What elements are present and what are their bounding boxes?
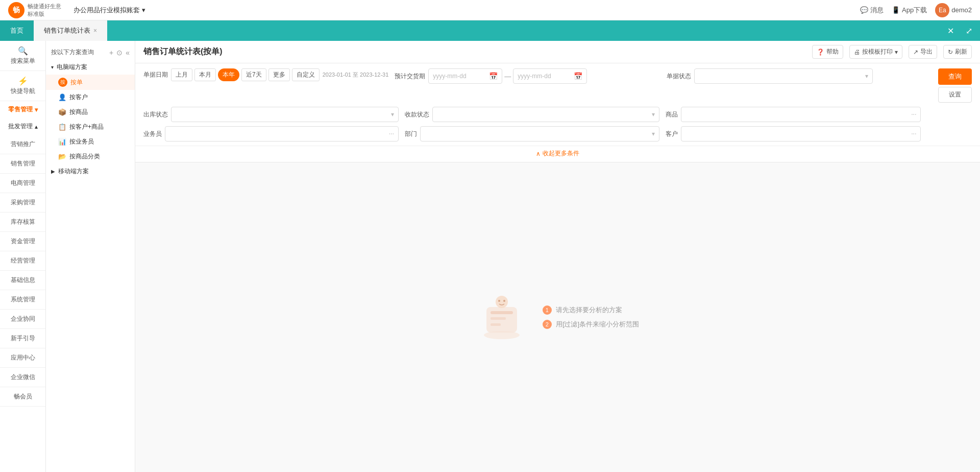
empty-tip-1: 1 请先选择要分析的方案 — [543, 305, 639, 315]
tree-item-by-category[interactable]: 📂 按商品分类 — [46, 149, 135, 164]
chevron-right-icon: ▶ — [51, 169, 55, 174]
chevron-down-icon: ▾ — [652, 130, 655, 137]
this-month-btn[interactable]: 本月 — [194, 68, 216, 81]
main-layout: 🔍 搜索菜单 ⚡ 快捷导航 零售管理 ▾ 批发管理 ▴ 营销推广 销售管理 电商… — [0, 41, 980, 472]
tree-item-by-salesperson[interactable]: 📊 按业务员 — [46, 134, 135, 149]
salesperson-label: 业务员 — [143, 130, 162, 138]
tree-group-pc[interactable]: ▾ 电脑端方案 — [46, 60, 135, 75]
order-icon: 按 — [58, 78, 67, 87]
export-icon: ↗ — [913, 49, 918, 56]
sidebar-item-wechat[interactable]: 企业微信 — [0, 368, 45, 387]
tab-home[interactable]: 首页 — [0, 20, 34, 41]
tab-maximize-btn[interactable]: ⤢ — [962, 23, 976, 38]
sidebar-item-inventory[interactable]: 库存核算 — [0, 213, 45, 232]
chevron-up-icon: ∧ — [536, 150, 541, 157]
nav-icon: ⚡ — [2, 76, 43, 86]
logo-text: 畅捷通好生意 标准版 — [28, 3, 61, 17]
sidebar-item-purchase[interactable]: 采购管理 — [0, 193, 45, 213]
7days-btn[interactable]: 近7天 — [241, 68, 266, 81]
page-actions: ❓ 帮助 🖨 按模板打印 ▾ ↗ 导出 ↻ 刷新 — [812, 45, 972, 59]
category-icon: 📂 — [58, 153, 66, 160]
sidebar: 🔍 搜索菜单 ⚡ 快捷导航 零售管理 ▾ 批发管理 ▴ 营销推广 销售管理 电商… — [0, 41, 46, 472]
more-btn[interactable]: 更多 — [268, 68, 290, 81]
sidebar-item-basic[interactable]: 基础信息 — [0, 271, 45, 290]
panel-header: 按以下方案查询 + ⊙ « — [46, 45, 135, 60]
sidebar-quick-nav[interactable]: ⚡ 快捷导航 — [0, 71, 45, 101]
sidebar-item-ops[interactable]: 经营管理 — [0, 251, 45, 271]
collapse-btn[interactable]: ∧ 收起更多条件 — [536, 149, 579, 158]
refresh-btn[interactable]: ↻ 刷新 — [943, 45, 972, 59]
left-panel: 按以下方案查询 + ⊙ « ▾ 电脑端方案 按 按单 👤 按客户 — [46, 41, 135, 472]
sidebar-item-apps[interactable]: 应用中心 — [0, 348, 45, 368]
empty-tips: 1 请先选择要分析的方案 2 用[过滤]条件来缩小分析范围 — [543, 305, 639, 329]
date-btn-group: 上月 本月 本年 近7天 更多 自定义 — [171, 68, 320, 81]
app-download-btn[interactable]: 📱 App下载 — [892, 6, 927, 15]
tab-close-icon[interactable]: × — [93, 27, 97, 34]
sidebar-item-finance[interactable]: 资金管理 — [0, 232, 45, 251]
sidebar-item-marketing[interactable]: 营销推广 — [0, 135, 45, 154]
tip-num-1: 1 — [543, 305, 552, 315]
tree-group-mobile[interactable]: ▶ 移动端方案 — [46, 164, 135, 179]
help-btn[interactable]: ❓ 帮助 — [812, 45, 843, 59]
collapse-panel-btn[interactable]: « — [126, 49, 130, 57]
date-label: 单据日期 — [143, 70, 168, 79]
svg-point-7 — [503, 300, 505, 302]
shipment-label: 出库状态 — [143, 110, 168, 119]
tree-item-by-goods[interactable]: 📦 按商品 — [46, 105, 135, 120]
custom-btn[interactable]: 自定义 — [292, 68, 320, 81]
export-btn[interactable]: ↗ 导出 — [909, 45, 937, 59]
goods-input[interactable]: ··· — [681, 107, 921, 122]
more-options-icon: ··· — [911, 110, 916, 119]
setting-btn[interactable]: 设置 — [938, 87, 972, 103]
add-scheme-btn[interactable]: + — [109, 49, 113, 57]
sidebar-item-ecom[interactable]: 电商管理 — [0, 174, 45, 193]
edit-scheme-btn[interactable]: ⊙ — [116, 49, 122, 57]
shipment-select[interactable]: ▾ — [171, 107, 399, 122]
goods-icon: 📦 — [58, 108, 66, 116]
app-selector[interactable]: 办公用品行业模拟账套 ▾ — [74, 6, 145, 15]
expected-date-end[interactable]: yyyy-mm-dd 📅 — [513, 68, 587, 84]
chevron-down-icon: ▾ — [865, 73, 868, 80]
search-icon: 🔍 — [2, 46, 43, 56]
customer-input[interactable]: ··· — [681, 126, 921, 141]
print-icon: 🖨 — [854, 49, 860, 56]
this-year-btn[interactable]: 本年 — [218, 68, 239, 81]
svg-rect-4 — [491, 323, 501, 326]
mobile-group-label: 移动端方案 — [58, 167, 89, 176]
calendar-icon: 📅 — [489, 72, 498, 80]
date-separator: — — [504, 73, 511, 80]
message-btn[interactable]: 💬 消息 — [860, 6, 884, 15]
sidebar-search[interactable]: 🔍 搜索菜单 — [0, 41, 45, 71]
sidebar-item-newbie[interactable]: 新手引导 — [0, 329, 45, 348]
prev-month-btn[interactable]: 上月 — [171, 68, 192, 81]
logo-icon: 畅 — [8, 2, 24, 18]
print-btn[interactable]: 🖨 按模板打印 ▾ — [849, 45, 902, 59]
expected-date-start[interactable]: yyyy-mm-dd 📅 — [428, 68, 502, 84]
tree-item-by-order[interactable]: 按 按单 — [46, 75, 135, 90]
empty-illustration — [476, 292, 527, 343]
dept-select[interactable]: ▾ — [420, 126, 660, 141]
sidebar-item-wholesale[interactable]: 批发管理 ▴ — [0, 118, 45, 135]
salesperson-icon: 📊 — [58, 138, 66, 146]
more-options-icon: ··· — [911, 129, 916, 138]
sidebar-item-retail[interactable]: 零售管理 ▾ — [0, 101, 45, 118]
sidebar-item-system[interactable]: 系统管理 — [0, 290, 45, 310]
user-area[interactable]: Ea demo2 — [935, 3, 972, 17]
customer-label: 客户 — [666, 130, 678, 138]
sidebar-item-sales[interactable]: 销售管理 — [0, 154, 45, 174]
query-btn[interactable]: 查询 — [938, 68, 972, 85]
tree-item-by-customer[interactable]: 👤 按客户 — [46, 90, 135, 105]
chevron-down-icon: ▾ — [895, 49, 898, 56]
tree-item-by-cust-goods[interactable]: 📋 按客户+商品 — [46, 120, 135, 134]
salesperson-input[interactable]: ··· — [165, 126, 399, 141]
tab-sales-stat[interactable]: 销售订单统计表 × — [34, 20, 107, 41]
empty-tip-2: 2 用[过滤]条件来缩小分析范围 — [543, 320, 639, 329]
sidebar-item-member[interactable]: 畅会员 — [0, 387, 45, 407]
payment-select[interactable]: ▾ — [432, 107, 660, 122]
cust-goods-icon: 📋 — [58, 123, 66, 131]
topbar-right: 💬 消息 📱 App下载 Ea demo2 — [860, 3, 972, 17]
status-select[interactable]: ▾ — [694, 68, 873, 84]
goods-label: 商品 — [666, 110, 678, 119]
tab-minimize-btn[interactable]: ✕ — [943, 23, 958, 38]
sidebar-item-corp[interactable]: 企业协同 — [0, 310, 45, 329]
